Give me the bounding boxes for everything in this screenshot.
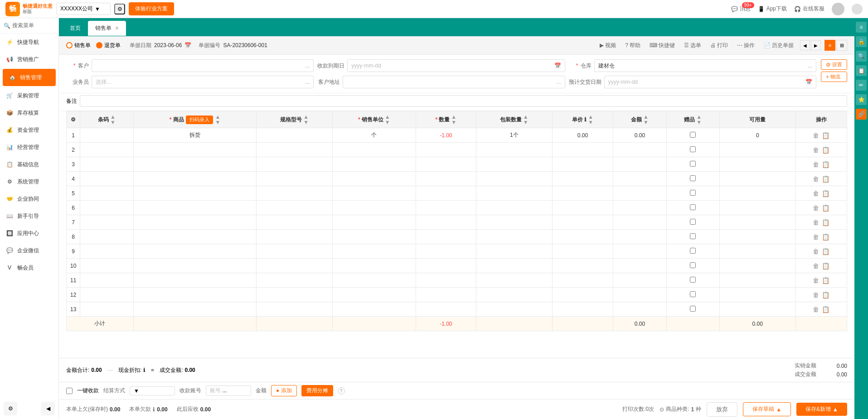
cell-pack-qty-4[interactable] — [476, 186, 553, 201]
cell-unit-price-7[interactable] — [552, 230, 613, 244]
copy-icon-2[interactable]: 📋 — [822, 161, 829, 168]
cell-pack-qty-9[interactable] — [476, 259, 553, 273]
sidebar-item-wechat[interactable]: 💬企业微信 — [0, 242, 58, 259]
history-button[interactable]: 📄 历史单据 — [761, 40, 796, 51]
right-panel-btn-1[interactable]: ≡ — [856, 22, 867, 33]
th-gear[interactable]: ⚙ — [67, 111, 80, 128]
cell-barcode-10[interactable] — [80, 273, 133, 288]
cell-spec-5[interactable] — [257, 201, 333, 215]
cell-spec-6[interactable] — [257, 215, 333, 230]
tab-home[interactable]: 首页 — [63, 21, 88, 36]
online-support-button[interactable]: 🎧 在线客服 — [794, 5, 824, 13]
cell-product-12[interactable] — [133, 302, 257, 317]
cell-gift-8[interactable] — [666, 244, 719, 259]
sidebar-item-finance[interactable]: 💰资金管理 — [0, 121, 58, 139]
cell-amount-3[interactable] — [613, 172, 666, 186]
cell-pack-qty-6[interactable] — [476, 215, 553, 230]
cell-spec-9[interactable] — [257, 259, 333, 273]
cell-barcode-5[interactable] — [80, 201, 133, 215]
delete-icon-2[interactable]: 🗑 — [813, 161, 819, 168]
cell-gift-2[interactable] — [666, 157, 719, 172]
trial-button[interactable]: 体验行业方案 — [129, 2, 174, 15]
prev-arrow[interactable]: ◀ — [800, 40, 810, 50]
cell-spec-8[interactable] — [257, 244, 333, 259]
copy-icon-0[interactable]: 📋 — [822, 132, 829, 139]
sidebar-item-sales[interactable]: 🏠销售管理 — [3, 69, 56, 86]
right-panel-btn-4[interactable]: 📋 — [856, 65, 867, 76]
cell-unit-price-4[interactable] — [552, 186, 613, 201]
delete-icon-5[interactable]: 🗑 — [813, 204, 819, 212]
gift-checkbox-4[interactable] — [690, 190, 696, 196]
company-selector[interactable]: XXXXXX公司 ▼ — [56, 3, 111, 15]
salesperson-input[interactable]: 选择... ... — [92, 76, 314, 88]
video-button[interactable]: ▶ 视频 — [597, 40, 619, 51]
delete-icon-4[interactable]: 🗑 — [813, 190, 819, 197]
delete-icon-7[interactable]: 🗑 — [813, 233, 819, 241]
delete-icon-11[interactable]: 🗑 — [813, 291, 819, 299]
sidebar-collapse-button[interactable]: ◀ — [41, 402, 55, 415]
cell-unit-price-5[interactable] — [552, 201, 613, 215]
note-input[interactable] — [80, 95, 847, 107]
cell-unit-2[interactable] — [332, 157, 416, 172]
return-order-radio[interactable]: 退货单 — [96, 42, 121, 49]
cell-pack-qty-2[interactable] — [476, 157, 553, 172]
customer-addr-input[interactable]: ... — [343, 76, 565, 88]
gift-checkbox-11[interactable] — [690, 291, 696, 297]
cell-barcode-6[interactable] — [80, 215, 133, 230]
customer-input[interactable]: ... — [92, 59, 314, 72]
cell-amount-10[interactable] — [613, 273, 666, 288]
cell-pack-qty-3[interactable] — [476, 172, 553, 186]
cell-gift-0[interactable] — [666, 128, 719, 143]
gift-checkbox-7[interactable] — [690, 233, 696, 239]
cell-barcode-1[interactable] — [80, 143, 133, 157]
right-panel-btn-5[interactable]: ✏ — [856, 80, 867, 91]
cell-pack-qty-0[interactable]: 1个 — [476, 128, 553, 143]
cell-amount-7[interactable] — [613, 230, 666, 244]
cell-barcode-0[interactable] — [80, 128, 133, 143]
gift-checkbox-6[interactable] — [690, 219, 696, 225]
delete-icon-10[interactable]: 🗑 — [813, 277, 819, 284]
cell-spec-7[interactable] — [257, 230, 333, 244]
sidebar-item-quick-nav[interactable]: ⚡快捷导航 — [0, 34, 58, 51]
cell-unit-12[interactable] — [332, 302, 416, 317]
right-panel-btn-2[interactable]: 🔒 — [856, 36, 867, 47]
cell-amount-6[interactable] — [613, 215, 666, 230]
cell-gift-1[interactable] — [666, 143, 719, 157]
cell-unit-0[interactable]: 个 — [332, 128, 416, 143]
cell-qty-4[interactable] — [416, 186, 476, 201]
sidebar-item-operations[interactable]: 📊经营管理 — [0, 139, 58, 156]
copy-icon-9[interactable]: 📋 — [822, 262, 829, 270]
sidebar-item-purchase[interactable]: 🛒采购管理 — [0, 87, 58, 104]
sidebar-item-appstore[interactable]: 🔲应用中心 — [0, 225, 58, 242]
gift-checkbox-10[interactable] — [690, 277, 696, 283]
next-arrow[interactable]: ▶ — [811, 40, 821, 50]
copy-icon-7[interactable]: 📋 — [822, 233, 829, 241]
cell-product-9[interactable] — [133, 259, 257, 273]
cell-product-3[interactable] — [133, 172, 257, 186]
cell-barcode-4[interactable] — [80, 186, 133, 201]
cell-gift-12[interactable] — [666, 302, 719, 317]
copy-icon-12[interactable]: 📋 — [822, 306, 829, 313]
cell-qty-5[interactable] — [416, 201, 476, 215]
right-panel-btn-7[interactable]: 🔗 — [856, 109, 867, 120]
logistics-button[interactable]: + 物流 — [821, 72, 847, 82]
cell-unit-5[interactable] — [332, 201, 416, 215]
calendar-icon[interactable]: 📅 — [184, 42, 191, 48]
cell-gift-11[interactable] — [666, 288, 719, 302]
cell-unit-1[interactable] — [332, 143, 416, 157]
cell-product-2[interactable] — [133, 157, 257, 172]
gift-checkbox-2[interactable] — [690, 161, 696, 167]
due-date-input[interactable]: yyyy-mm-dd 📅 — [347, 59, 565, 72]
gift-checkbox-9[interactable] — [690, 262, 696, 268]
list-view-button[interactable]: ≡ — [824, 40, 835, 51]
cell-qty-11[interactable] — [416, 288, 476, 302]
cell-product-6[interactable] — [133, 215, 257, 230]
sidebar-item-system[interactable]: ⚙系统管理 — [0, 173, 58, 190]
sidebar-item-marketing[interactable]: 📢营销推广 — [0, 51, 58, 68]
cell-gift-3[interactable] — [666, 172, 719, 186]
cell-qty-8[interactable] — [416, 244, 476, 259]
cell-unit-4[interactable] — [332, 186, 416, 201]
cell-product-1[interactable] — [133, 143, 257, 157]
cell-barcode-9[interactable] — [80, 259, 133, 273]
cell-amount-1[interactable] — [613, 143, 666, 157]
